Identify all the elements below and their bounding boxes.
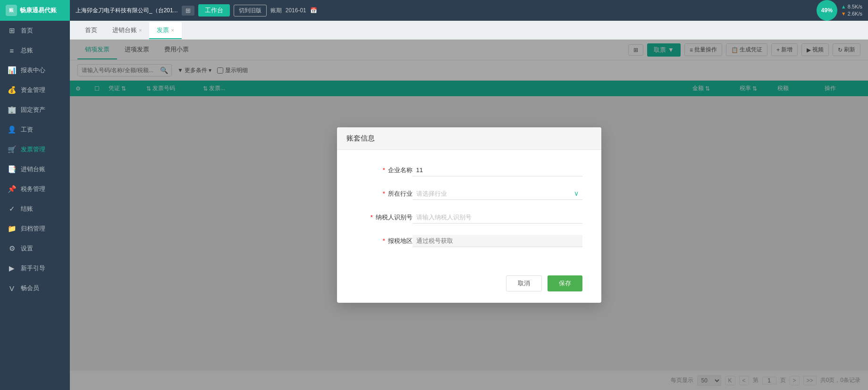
archive-icon: 📁 <box>8 224 16 233</box>
company-name-row: * 企业名称 <box>356 164 582 176</box>
invoice-icon: 🛒 <box>8 145 16 154</box>
sidebar-label-member: 畅会员 <box>21 284 39 292</box>
company-icon-button[interactable]: ⊞ <box>182 6 194 16</box>
industry-row: * 所在行业 请选择行业 ∨ <box>356 188 582 200</box>
sidebar-item-settings[interactable]: ⚙ 设置 <box>0 239 70 258</box>
sidebar-item-assets[interactable]: 🏢 固定资产 <box>0 100 70 120</box>
topbar: 上海卯金刀电子科技有限公司_（台201... ⊞ 工作台 切到旧版 账期 201… <box>70 0 868 21</box>
tab-invoice[interactable]: 发票 × <box>149 22 181 39</box>
sidebar-item-tax[interactable]: 📌 税务管理 <box>0 179 70 199</box>
sidebar-item-member[interactable]: V 畅会员 <box>0 278 70 298</box>
tax-id-input[interactable] <box>413 211 582 224</box>
sidebar-item-archive[interactable]: 📁 归档管理 <box>0 219 70 239</box>
tax-region-row: * 报税地区 <box>356 235 582 247</box>
sidebar-item-funds[interactable]: 💰 资金管理 <box>0 80 70 100</box>
period-label: 账期 2016-01 📅 <box>270 7 317 15</box>
guide-icon: ▶ <box>8 264 16 273</box>
tax-id-label: * 纳税人识别号 <box>356 213 413 222</box>
tab-close-purchase[interactable]: × <box>139 27 142 33</box>
tab-purchase[interactable]: 进销台账 × <box>105 22 149 39</box>
tab-close-invoice[interactable]: × <box>171 27 174 33</box>
main-area: 上海卯金刀电子科技有限公司_（台201... ⊞ 工作台 切到旧版 账期 201… <box>70 0 868 390</box>
sidebar-item-purchase[interactable]: 📑 进销台账 <box>0 159 70 179</box>
sidebar-label-reports: 报表中心 <box>21 66 45 75</box>
sidebar-label-assets: 固定资产 <box>21 106 45 114</box>
reports-icon: 📊 <box>8 66 16 75</box>
settings-icon: ⚙ <box>8 244 16 253</box>
sidebar-item-settle[interactable]: ✓ 结账 <box>0 199 70 219</box>
modal-footer: 取消 保存 <box>337 268 601 303</box>
speed-text: ▲ 8.5K/s ▼ 2.6K/s <box>841 3 862 18</box>
sidebar-label-home: 首页 <box>21 26 33 35</box>
logo-icon: 账 <box>6 5 17 16</box>
logo-text: 畅康通易代账 <box>20 6 57 15</box>
tax-id-row: * 纳税人识别号 <box>356 211 582 224</box>
speed-download: ▲ 8.5K/s <box>841 3 862 10</box>
save-button[interactable]: 保存 <box>548 275 582 291</box>
sidebar-label-funds: 资金管理 <box>21 86 45 94</box>
tax-icon: 📌 <box>8 185 16 193</box>
sidebar-item-ledger[interactable]: ≡ 总账 <box>0 41 70 60</box>
settle-icon: ✓ <box>8 205 16 213</box>
sidebar: 账 畅康通易代账 ⊞ 首页 ≡ 总账 📊 报表中心 💰 资金管理 🏢 固定资产 … <box>0 0 70 390</box>
funds-icon: 💰 <box>8 86 16 94</box>
home-icon: ⊞ <box>8 26 16 35</box>
speed-indicator: 49% <box>817 0 837 21</box>
content-area: 销项发票 进项发票 费用小票 ⊞ 取票 ▼ ≡ 批 <box>70 40 868 390</box>
sidebar-item-invoice[interactable]: 🛒 发票管理 <box>0 140 70 159</box>
tax-region-label: * 报税地区 <box>356 237 413 245</box>
industry-select[interactable]: 请选择行业 <box>413 188 582 199</box>
sidebar-item-payroll[interactable]: 👤 工资 <box>0 120 70 140</box>
sidebar-label-tax: 税务管理 <box>21 185 45 193</box>
modal-overlay: 账套信息 * 企业名称 * 所在行业 <box>70 40 868 390</box>
sidebar-label-settings: 设置 <box>21 244 33 253</box>
sidebar-label-settle: 结账 <box>21 205 33 213</box>
assets-icon: 🏢 <box>8 106 16 114</box>
workbench-button[interactable]: 工作台 <box>198 4 230 17</box>
purchase-icon: 📑 <box>8 165 16 174</box>
sidebar-item-reports[interactable]: 📊 报表中心 <box>0 60 70 80</box>
sidebar-item-guide[interactable]: ▶ 新手引导 <box>0 258 70 278</box>
ledger-icon: ≡ <box>8 47 16 55</box>
old-version-button[interactable]: 切到旧版 <box>234 5 267 17</box>
sidebar-label-archive: 归档管理 <box>21 224 45 233</box>
sidebar-label-payroll: 工资 <box>21 125 33 134</box>
sidebar-label-invoice: 发票管理 <box>21 145 45 154</box>
sidebar-label-purchase: 进销台账 <box>21 165 45 174</box>
payroll-icon: 👤 <box>8 125 16 134</box>
calendar-icon[interactable]: 📅 <box>310 7 317 14</box>
sidebar-logo: 账 畅康通易代账 <box>0 0 70 21</box>
member-icon: V <box>8 284 16 292</box>
industry-select-wrap: 请选择行业 ∨ <box>413 188 582 200</box>
tab-bar: 首页 进销台账 × 发票 × <box>70 21 868 40</box>
cancel-button[interactable]: 取消 <box>506 275 542 291</box>
industry-label: * 所在行业 <box>356 190 413 198</box>
sidebar-item-home[interactable]: ⊞ 首页 <box>0 21 70 41</box>
company-name-label: * 企业名称 <box>356 166 413 174</box>
tax-region-input <box>413 235 582 247</box>
account-info-modal: 账套信息 * 企业名称 * 所在行业 <box>337 127 601 303</box>
company-name: 上海卯金刀电子科技有限公司_（台201... <box>76 7 178 15</box>
sidebar-label-guide: 新手引导 <box>21 264 45 273</box>
modal-body: * 企业名称 * 所在行业 请选择行业 <box>337 150 601 268</box>
topbar-right: 49% ▲ 8.5K/s ▼ 2.6K/s <box>817 0 862 21</box>
sidebar-label-ledger: 总账 <box>21 46 33 55</box>
speed-upload: ▼ 2.6K/s <box>841 10 862 17</box>
company-name-input[interactable] <box>413 164 582 176</box>
modal-title: 账套信息 <box>337 127 601 150</box>
tab-home[interactable]: 首页 <box>77 22 105 39</box>
